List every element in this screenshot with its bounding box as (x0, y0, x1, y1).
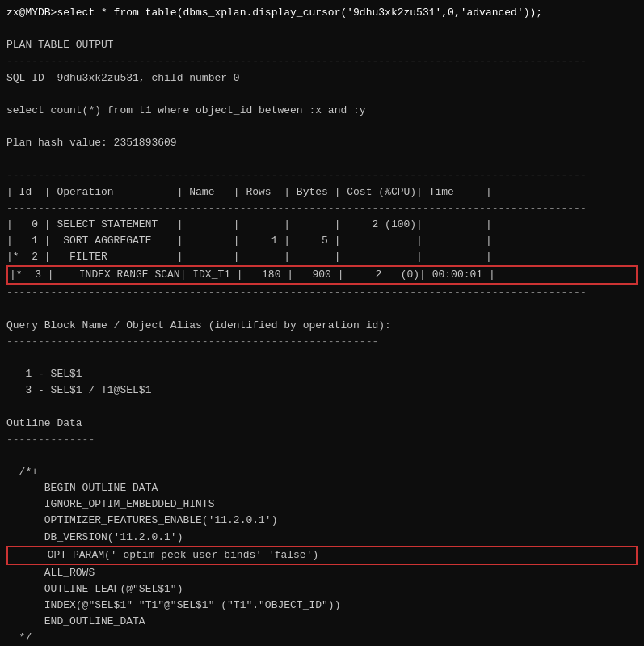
outline-start: /*+ (6, 464, 638, 480)
outline-db: DB_VERSION('11.2.0.1') (6, 530, 638, 546)
outline-header: Outline Data (6, 416, 638, 432)
separator-5: ----------------------------------------… (6, 334, 638, 350)
outline-end: END_OUTLINE_DATA (6, 614, 638, 630)
prompt-line: zx@MYDB>select * from table(dbms_xplan.d… (6, 5, 638, 21)
blank-line-6 (6, 399, 638, 415)
table-row-0: | 0 | SELECT STATEMENT | | | | 2 (100)| … (6, 217, 638, 233)
table-row-2: |* 2 | FILTER | | | | | | (6, 249, 638, 265)
table-row-3-highlighted: |* 3 | INDEX RANGE SCAN| IDX_T1 | 180 | … (6, 265, 638, 285)
table-row-1: | 1 | SORT AGGREGATE | | 1 | 5 | | | (6, 233, 638, 249)
outline-optimizer: OPTIMIZER_FEATURES_ENABLE('11.2.0.1') (6, 513, 638, 529)
separator-3: ----------------------------------------… (6, 201, 638, 217)
blank-line-2 (6, 119, 638, 135)
blank-line-0 (6, 21, 638, 37)
blank-line-5 (6, 350, 638, 366)
outline-opt-param-highlighted: OPT_PARAM('_optim_peek_user_binds' 'fals… (6, 546, 638, 565)
query-line: select count(*) from t1 where object_id … (6, 103, 638, 119)
qblock-2: 3 - SEL$1 / T1@SEL$1 (6, 382, 638, 399)
blank-line-3 (6, 151, 638, 167)
outline-close: */ (6, 630, 638, 646)
query-block-header: Query Block Name / Object Alias (identif… (6, 318, 638, 334)
blank-line-1 (6, 87, 638, 103)
terminal-window: zx@MYDB>select * from table(dbms_xplan.d… (0, 0, 644, 646)
outline-ignore: IGNORE_OPTIM_EMBEDDED_HINTS (6, 496, 638, 513)
blank-line-7 (6, 448, 638, 464)
blank-line-4 (6, 302, 638, 318)
table-header: | Id | Operation | Name | Rows | Bytes |… (6, 184, 638, 201)
outline-sep: -------------- (6, 432, 638, 448)
outline-index: INDEX(@"SEL$1" "T1"@"SEL$1" ("T1"."OBJEC… (6, 597, 638, 614)
separator-2: ----------------------------------------… (6, 167, 638, 184)
plan-table-output-label: PLAN_TABLE_OUTPUT (6, 37, 638, 53)
outline-leaf: OUTLINE_LEAF(@"SEL$1") (6, 581, 638, 597)
sql-id-line: SQL_ID 9dhu3xk2zu531, child number 0 (6, 70, 638, 87)
qblock-1: 1 - SEL$1 (6, 366, 638, 382)
outline-all-rows: ALL_ROWS (6, 565, 638, 581)
hash-line: Plan hash value: 2351893609 (6, 135, 638, 151)
separator-1: ----------------------------------------… (6, 53, 638, 70)
separator-4: ----------------------------------------… (6, 285, 638, 301)
outline-begin: BEGIN_OUTLINE_DATA (6, 480, 638, 496)
